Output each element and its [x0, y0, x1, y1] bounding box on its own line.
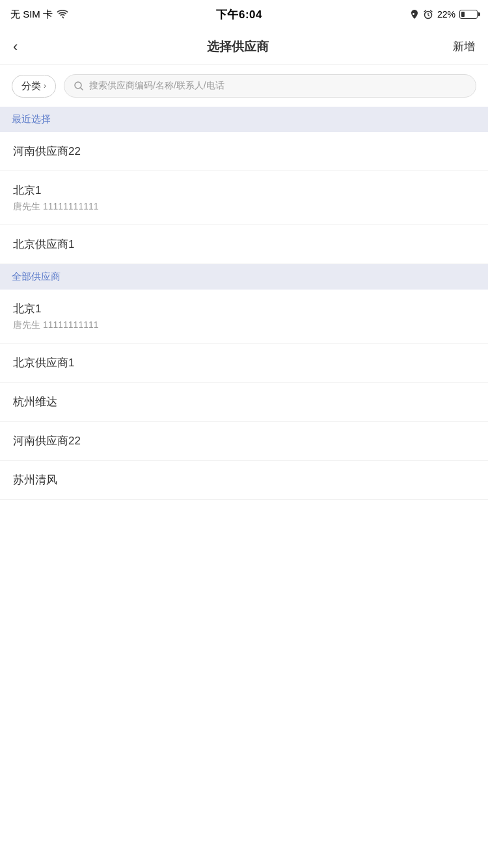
back-button[interactable]: ‹	[8, 33, 23, 61]
item-name: 苏州清风	[13, 472, 475, 487]
status-right: 22%	[410, 9, 478, 20]
category-button[interactable]: 分类 ›	[12, 75, 56, 98]
list-item[interactable]: 杭州维达	[0, 383, 488, 422]
recent-section-header: 最近选择	[0, 107, 488, 132]
list-item[interactable]: 苏州清风	[0, 461, 488, 500]
add-button[interactable]: 新增	[453, 39, 475, 54]
category-label: 分类	[21, 80, 41, 92]
list-item[interactable]: 北京1唐先生 11111111111	[0, 290, 488, 344]
item-name: 北京1	[13, 301, 475, 316]
battery-indicator	[459, 10, 478, 19]
item-name: 北京1	[13, 183, 475, 198]
list-item[interactable]: 北京供应商1	[0, 225, 488, 264]
location-icon	[410, 9, 419, 20]
status-time: 下午6:04	[216, 7, 262, 22]
search-placeholder: 搜索供应商编码/名称/联系人/电话	[89, 80, 224, 92]
status-carrier: 无 SIM 卡	[10, 8, 68, 21]
list-item[interactable]: 河南供应商22	[0, 132, 488, 171]
status-bar: 无 SIM 卡 下午6:04 22%	[0, 0, 488, 29]
list-item[interactable]: 北京1唐先生 11111111111	[0, 171, 488, 225]
nav-bar: ‹ 选择供应商 新增	[0, 29, 488, 65]
recent-list: 河南供应商22北京1唐先生 11111111111北京供应商1	[0, 132, 488, 264]
filter-bar: 分类 › 搜索供应商编码/名称/联系人/电话	[0, 65, 488, 107]
battery-percent: 22%	[437, 9, 455, 20]
item-name: 河南供应商22	[13, 433, 475, 448]
all-list: 北京1唐先生 11111111111北京供应商1杭州维达河南供应商22苏州清风	[0, 290, 488, 500]
item-name: 河南供应商22	[13, 144, 475, 159]
search-box[interactable]: 搜索供应商编码/名称/联系人/电话	[64, 74, 476, 98]
search-icon	[74, 81, 84, 91]
all-section-header: 全部供应商	[0, 264, 488, 290]
carrier-text: 无 SIM 卡	[10, 8, 53, 21]
item-name: 北京供应商1	[13, 355, 475, 370]
chevron-right-icon: ›	[44, 81, 46, 90]
item-name: 北京供应商1	[13, 237, 475, 252]
item-contact: 唐先生 11111111111	[13, 201, 475, 213]
item-name: 杭州维达	[13, 394, 475, 409]
page-title: 选择供应商	[207, 38, 269, 55]
alarm-icon	[423, 9, 433, 20]
list-item[interactable]: 北京供应商1	[0, 344, 488, 383]
wifi-icon	[57, 10, 68, 19]
item-contact: 唐先生 11111111111	[13, 319, 475, 331]
list-item[interactable]: 河南供应商22	[0, 422, 488, 461]
